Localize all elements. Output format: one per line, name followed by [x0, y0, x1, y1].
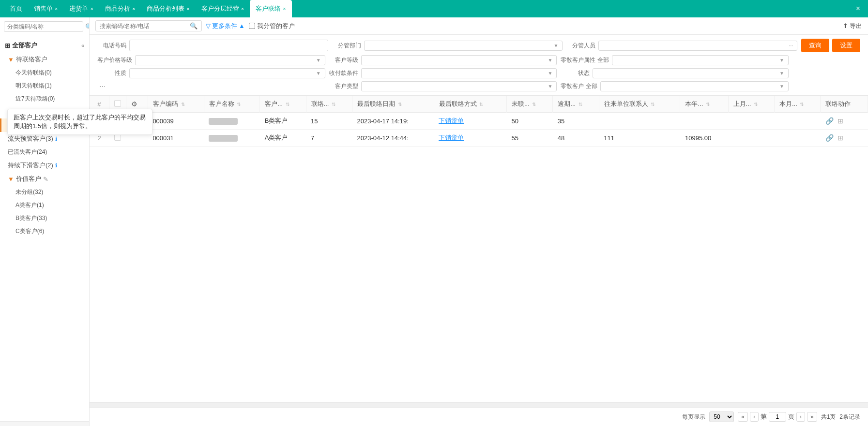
- first-page-button[interactable]: «: [738, 412, 748, 422]
- sidebar-item-tomorrow[interactable]: 明天待联络(1): [4, 79, 89, 92]
- nav-sales[interactable]: 销售单 ×: [28, 0, 63, 17]
- search-input[interactable]: [100, 23, 188, 29]
- close-customer-contact-tab[interactable]: ×: [283, 6, 286, 12]
- close-sales-tab[interactable]: ×: [55, 6, 58, 12]
- horizontal-scrollbar[interactable]: [90, 402, 868, 407]
- edit-value-icon[interactable]: ✎: [43, 176, 48, 183]
- col-contact[interactable]: 联络... ⇅: [306, 96, 352, 113]
- close-analysis-tab[interactable]: ×: [132, 6, 135, 12]
- last-page-button[interactable]: »: [807, 412, 817, 422]
- sidebar-item-today[interactable]: 今天待联络(0): [4, 66, 89, 79]
- table-row: 2 000031 A类客户 7 2023-04-12 14:44:: [90, 130, 868, 147]
- filter-buttons: 查询 设置: [801, 39, 860, 52]
- tooltip-box: 距客户上次交易时长，超过了此客户的平均交易周期的1.5倍，则视为异常。: [7, 109, 152, 135]
- nav-purchase[interactable]: 进货单 ×: [63, 0, 99, 17]
- customer-type-label: 客户类型: [329, 82, 358, 90]
- phone-input[interactable]: [129, 40, 328, 51]
- search-button-icon[interactable]: 🔍: [190, 22, 198, 29]
- nature-select[interactable]: ▼: [129, 68, 325, 78]
- col-name[interactable]: 客户名称 ⇅: [204, 96, 260, 113]
- more-filter-dots[interactable]: ···: [97, 82, 107, 91]
- my-customers-checkbox[interactable]: [249, 23, 255, 29]
- row2-view-icon[interactable]: 🔗: [825, 134, 834, 142]
- col-category[interactable]: 客户... ⇅: [260, 96, 306, 113]
- price-grade-select[interactable]: ▼: [135, 55, 325, 65]
- col-contact-person[interactable]: 往来单位联系人 ⇅: [599, 96, 680, 113]
- sidebar-collapse-button[interactable]: «: [81, 43, 84, 48]
- nav-analysis[interactable]: 商品分析 ×: [99, 0, 141, 17]
- top-navigation: 首页 销售单 × 进货单 × 商品分析 × 商品分析列表 × 客户分层经营 × …: [0, 0, 868, 17]
- nav-customer-seg[interactable]: 客户分层经营 ×: [196, 0, 250, 17]
- dept-select[interactable]: ▼: [364, 41, 563, 51]
- export-button[interactable]: ⬆ 导出: [843, 22, 862, 30]
- col-this-month[interactable]: 本月... ⇅: [775, 96, 821, 113]
- sort-lcd-icon: ⇅: [398, 102, 402, 107]
- status-arrow: ▼: [779, 71, 784, 76]
- info-icon-lost-pre[interactable]: ℹ: [55, 136, 57, 142]
- close-analysis-list-tab[interactable]: ×: [186, 6, 189, 12]
- value-customers-title[interactable]: ▼ 价值客户 ✎: [0, 172, 89, 186]
- nav-customer-contact[interactable]: 客户联络 ×: [250, 0, 291, 17]
- all-customers-title[interactable]: ⊞ 全部客户 «: [0, 38, 89, 53]
- payment-field: 收付款条件 ▼: [329, 68, 557, 78]
- prev-page-button[interactable]: ‹: [750, 412, 759, 422]
- query-button[interactable]: 查询: [801, 39, 829, 52]
- current-page-input[interactable]: [769, 412, 786, 422]
- nav-analysis-list[interactable]: 商品分析列表 ×: [141, 0, 195, 17]
- col-overdue[interactable]: 逾期... ⇅: [553, 96, 599, 113]
- sort-lm-icon: ⇅: [754, 102, 758, 107]
- col-un-contact[interactable]: 未联... ⇅: [506, 96, 552, 113]
- row1-qr-icon[interactable]: ⊞: [838, 117, 843, 125]
- payment-select[interactable]: ▼: [361, 68, 557, 78]
- row2-overdue: 48: [553, 130, 599, 147]
- row2-this-month: [775, 130, 821, 147]
- col-last-month[interactable]: 上月... ⇅: [728, 96, 774, 113]
- sidebar-item-c-class[interactable]: C类客户(6): [4, 225, 89, 238]
- price-grade-arrow: ▼: [316, 58, 321, 63]
- table-settings-icon[interactable]: ⚙: [131, 100, 137, 108]
- per-page-select[interactable]: 50 20 100: [709, 411, 734, 422]
- person-label: 分管人员: [566, 42, 595, 50]
- col-code[interactable]: 客户编码 ⇅: [148, 96, 204, 113]
- sidebar-item-b-class[interactable]: B类客户(33): [4, 212, 89, 225]
- customer-grade-select[interactable]: ▼: [361, 55, 557, 65]
- sparse-customer-arrow: ▼: [779, 84, 784, 89]
- next-page-button[interactable]: ›: [796, 412, 805, 422]
- col-last-contact-date[interactable]: 最后联络日期 ⇅: [352, 96, 434, 113]
- category-search-input[interactable]: [4, 21, 83, 32]
- person-select[interactable]: ···: [598, 41, 797, 51]
- close-purchase-tab[interactable]: ×: [90, 6, 93, 12]
- row2-last-contact-date: 2023-04-12 14:44:: [352, 130, 434, 147]
- row2-qr-icon[interactable]: ⊞: [838, 134, 843, 142]
- sidebar-item-ungraded[interactable]: 未分组(32): [4, 186, 89, 199]
- sidebar-item-declining[interactable]: 持续下滑客户(2) ℹ: [0, 159, 89, 172]
- customer-type-select[interactable]: ▼: [361, 81, 557, 91]
- sparse-attr-select[interactable]: ▼: [612, 55, 789, 65]
- select-all-checkbox[interactable]: [114, 100, 121, 107]
- window-close-button[interactable]: ×: [852, 4, 864, 13]
- status-label: 状态: [561, 69, 590, 77]
- col-this-year[interactable]: 本年... ⇅: [680, 96, 728, 113]
- filter-row-1: 电话号码 分管部门 ▼ 分管人员 ···: [97, 39, 860, 52]
- row1-contact-method-link[interactable]: 下销货单: [439, 117, 464, 124]
- sort-lcm-icon: ⇅: [479, 102, 483, 107]
- col-last-contact-method[interactable]: 最后联络方式 ⇅: [434, 96, 506, 113]
- row2-contact-method-link[interactable]: 下销货单: [439, 134, 464, 141]
- sidebar-search-icon[interactable]: 🔍: [85, 23, 90, 30]
- per-page-label: 每页显示: [682, 413, 705, 421]
- settings-button[interactable]: 设置: [832, 39, 860, 52]
- sidebar-item-a-class[interactable]: A类客户(1): [4, 199, 89, 212]
- sidebar-item-lost[interactable]: 已流失客户(24): [0, 146, 89, 159]
- payment-arrow: ▼: [548, 71, 552, 76]
- sidebar-scroll-indicator[interactable]: [0, 421, 89, 426]
- info-icon-declining[interactable]: ℹ: [55, 162, 57, 169]
- sidebar-item-week[interactable]: 近7天待联络(0): [4, 92, 89, 105]
- sort-name-icon: ⇅: [237, 102, 241, 107]
- status-select[interactable]: ▼: [593, 68, 789, 78]
- row1-view-icon[interactable]: 🔗: [825, 117, 834, 125]
- pending-contact-title[interactable]: ▼ 待联络客户: [0, 53, 89, 66]
- close-customer-seg-tab[interactable]: ×: [241, 6, 244, 12]
- nav-home[interactable]: 首页: [4, 0, 28, 17]
- sparse-customer-select[interactable]: ▼: [600, 81, 789, 91]
- more-conditions-button[interactable]: ▽ 更多条件 ▲: [206, 22, 245, 30]
